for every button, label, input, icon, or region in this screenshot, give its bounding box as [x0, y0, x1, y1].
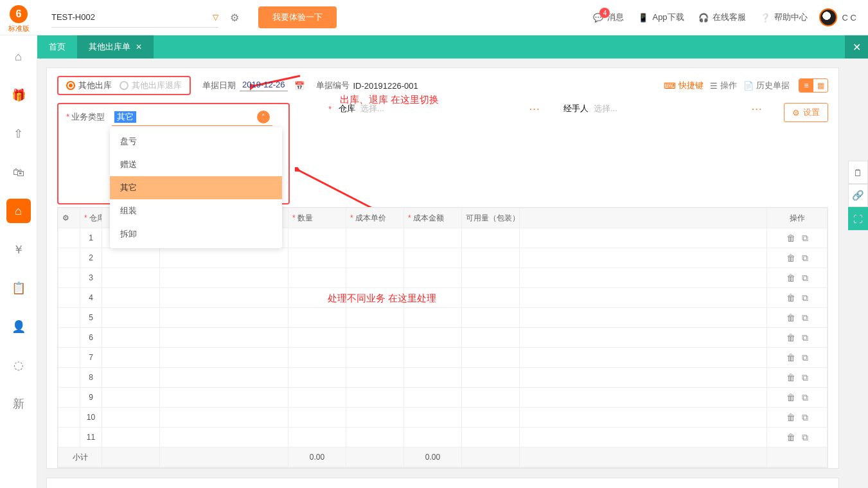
handler-more-icon[interactable]: ···: [752, 104, 763, 114]
top-bar: 6 标准版 TEST-H002 ▽ ⚙ 我要体验一下 💬 消息 4 📱 App下…: [0, 0, 868, 35]
table-row[interactable]: 3🗑⧉: [58, 268, 828, 288]
rail-loading-icon[interactable]: ◌: [6, 353, 31, 377]
delete-icon[interactable]: 🗑: [786, 412, 795, 423]
dd-option-2[interactable]: 其它: [110, 176, 282, 199]
biz-type-select[interactable]: 其它 ˄: [112, 111, 272, 126]
table-row[interactable]: 7🗑⧉: [58, 348, 828, 368]
shortcut-link[interactable]: ⌨ 快捷键: [664, 80, 704, 91]
row-index: 6: [80, 328, 102, 348]
tab-home-label: 首页: [49, 41, 66, 53]
app-download-label: App下载: [652, 12, 684, 23]
messages-link[interactable]: 💬 消息 4: [593, 12, 624, 23]
delete-icon[interactable]: 🗑: [786, 432, 795, 443]
subtotal-row: 小计 0.00 0.00: [58, 447, 828, 467]
app-download-link[interactable]: 📱 App下载: [638, 12, 684, 23]
table-row[interactable]: 11🗑⧉: [58, 428, 828, 447]
rail-home-icon[interactable]: ⌂: [6, 44, 31, 69]
settings-button[interactable]: ⚙ 设置: [784, 103, 828, 122]
delete-icon[interactable]: 🗑: [786, 253, 795, 264]
biz-type-label: *业务类型: [66, 112, 105, 122]
col-gear[interactable]: ⚙: [58, 208, 80, 228]
rail-money-icon[interactable]: ￥: [6, 237, 31, 262]
table-body: 1🗑⧉2🗑⧉3🗑⧉4🗑⧉5🗑⧉6🗑⧉7🗑⧉8🗑⧉9🗑⧉10🗑⧉11🗑⧉: [58, 228, 828, 447]
branch-select[interactable]: TEST-H002 ▽: [51, 7, 218, 28]
radio-return[interactable]: 其他出库退库: [120, 80, 182, 91]
delete-icon[interactable]: 🗑: [786, 233, 795, 244]
tab-close-icon[interactable]: ✕: [136, 42, 142, 51]
table-row[interactable]: 9🗑⧉: [58, 388, 828, 408]
calendar-icon[interactable]: 📅: [294, 81, 305, 91]
copy-icon[interactable]: ⧉: [802, 432, 808, 443]
doc-date-value[interactable]: 2019-12-26: [240, 80, 288, 91]
cta-button[interactable]: 我要体验一下: [258, 6, 337, 28]
table-row[interactable]: 4🗑⧉: [58, 288, 828, 308]
row-index: 4: [80, 288, 102, 308]
rail-warehouse-icon[interactable]: ⌂: [6, 199, 31, 223]
chevron-down-icon: ▽: [213, 13, 218, 22]
biz-type-value: 其它: [114, 111, 136, 123]
copy-icon[interactable]: ⧉: [802, 352, 808, 363]
radio-out[interactable]: 其他出库: [66, 80, 112, 91]
dd-option-4[interactable]: 拆卸: [110, 222, 282, 246]
col-cost-amount: *成本金额: [404, 208, 462, 228]
table-row[interactable]: 6🗑⧉: [58, 328, 828, 348]
delete-icon[interactable]: 🗑: [786, 392, 795, 403]
rail-new-icon[interactable]: 新: [6, 392, 31, 416]
delete-icon[interactable]: 🗑: [786, 293, 795, 303]
delete-icon[interactable]: 🗑: [786, 352, 795, 363]
grid-view-icon[interactable]: ▦: [813, 79, 828, 92]
delete-icon[interactable]: 🗑: [786, 332, 795, 343]
copy-icon[interactable]: ⧉: [802, 392, 808, 403]
table-row[interactable]: 5🗑⧉: [58, 308, 828, 328]
handler-label: 经手人: [563, 103, 589, 114]
warehouse-more-icon[interactable]: ···: [529, 104, 540, 114]
rail-gift-icon[interactable]: 🎁: [6, 83, 31, 107]
rail-clipboard-icon[interactable]: 📋: [6, 276, 31, 300]
dd-option-1[interactable]: 赠送: [110, 153, 282, 176]
list-view-icon[interactable]: ≡: [799, 79, 813, 92]
branch-value: TEST-H002: [51, 12, 95, 22]
rail-contact-icon[interactable]: 👤: [6, 314, 31, 339]
view-toggle[interactable]: ≡ ▦: [799, 78, 828, 93]
delete-icon[interactable]: 🗑: [786, 372, 795, 383]
gear-icon[interactable]: ⚙: [230, 12, 239, 24]
delete-icon[interactable]: 🗑: [786, 273, 795, 284]
row-index: 11: [80, 428, 102, 447]
table-row[interactable]: 8🗑⧉: [58, 368, 828, 388]
col-available: 可用量（包装）: [462, 208, 520, 228]
float-link-icon[interactable]: 🔗: [848, 184, 868, 207]
form-panel: 其他出库 其他出库退库 单据日期 2019-12-26 📅 单据编号 ID-20…: [46, 68, 839, 469]
copy-icon[interactable]: ⧉: [802, 293, 808, 303]
copy-icon[interactable]: ⧉: [802, 273, 808, 284]
handler-placeholder[interactable]: 选择...: [594, 103, 747, 114]
settings-label: 设置: [803, 107, 820, 118]
float-expand-icon[interactable]: ⛶: [848, 207, 868, 230]
avatar[interactable]: [819, 8, 837, 26]
copy-icon[interactable]: ⧉: [802, 332, 808, 343]
warehouse-field: *仓库 选择... ···: [328, 103, 540, 114]
history-link[interactable]: 📄 历史单据: [743, 80, 790, 91]
tab-active[interactable]: 其他出库单 ✕: [77, 35, 154, 59]
operate-link[interactable]: ☰ 操作: [710, 80, 737, 91]
tabstrip-close-button[interactable]: ✕: [845, 35, 868, 59]
copy-icon[interactable]: ⧉: [802, 412, 808, 423]
dd-option-0[interactable]: 盘亏: [110, 130, 282, 153]
float-note-icon[interactable]: 🗒: [848, 161, 868, 184]
row-index: 8: [80, 368, 102, 388]
copy-icon[interactable]: ⧉: [802, 233, 808, 244]
copy-icon[interactable]: ⧉: [802, 253, 808, 264]
copy-icon[interactable]: ⧉: [802, 312, 808, 323]
support-link[interactable]: 🎧 在线客服: [698, 12, 746, 23]
rail-upload-icon[interactable]: ⇧: [6, 122, 31, 146]
dd-option-3[interactable]: 组装: [110, 199, 282, 222]
rail-bag-icon[interactable]: 🛍: [6, 160, 31, 185]
remark-panel: 🗒 备注信息: [46, 478, 839, 488]
table-row[interactable]: 10🗑⧉: [58, 408, 828, 428]
table-row[interactable]: 2🗑⧉: [58, 248, 828, 268]
help-link[interactable]: ❔ 帮助中心: [760, 12, 808, 23]
doc-date-label: 单据日期: [202, 80, 236, 91]
tab-home[interactable]: 首页: [37, 35, 77, 59]
warehouse-placeholder[interactable]: 选择...: [360, 103, 524, 114]
delete-icon[interactable]: 🗑: [786, 312, 795, 323]
copy-icon[interactable]: ⧉: [802, 372, 808, 383]
